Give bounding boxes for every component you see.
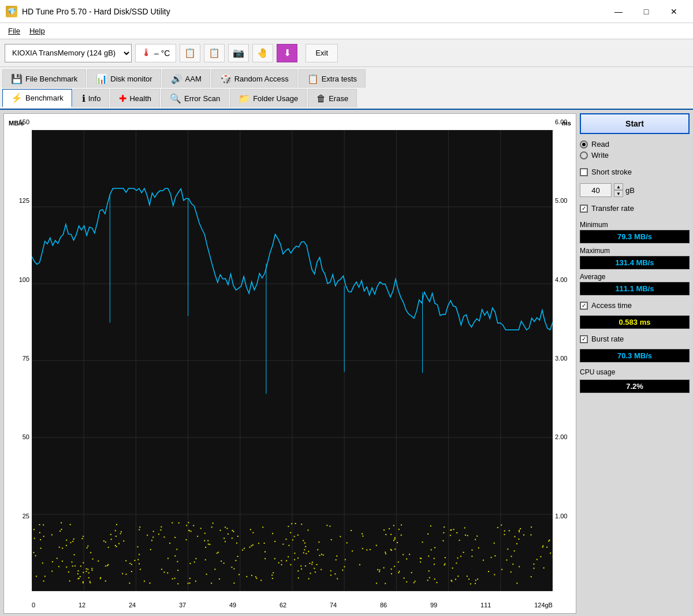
tab-info[interactable]: ℹ Info (73, 89, 110, 107)
menu-help[interactable]: Help (25, 25, 50, 37)
burst-rate-value: 70.3 MB/s (580, 349, 690, 362)
read-radio-indicator (580, 140, 588, 149)
tab-error-scan[interactable]: 🔍 Error Scan (161, 89, 229, 107)
toolbar-btn-3[interactable]: 📷 (228, 44, 249, 62)
tab-row-2: ⚡ Benchmark ℹ Info ✚ Health 🔍 Error Scan… (2, 89, 691, 107)
tab-erase[interactable]: 🗑 Erase (308, 89, 357, 107)
x-axis: 0 12 24 37 49 62 74 86 99 111 124gB (32, 602, 553, 608)
error-scan-icon: 🔍 (170, 93, 181, 104)
access-time-row: Access time (580, 301, 690, 310)
cpu-usage-label: CPU usage (580, 368, 690, 376)
tab-disk-monitor-label: Disk monitor (110, 75, 152, 83)
short-stroke-label: Short stroke (591, 168, 632, 176)
tab-random-access-label: Random Access (234, 75, 289, 83)
aam-icon: 🔊 (171, 73, 182, 84)
temp-value: – °C (154, 49, 170, 58)
start-button[interactable]: Start (580, 113, 690, 134)
main-content: MB/s ms 150 125 100 75 50 25 6.00 5.00 4… (0, 110, 693, 616)
cpu-usage-value: 7.2% (580, 380, 690, 393)
tab-random-access[interactable]: 🎲 Random Access (211, 69, 297, 88)
burst-rate-label: Burst rate (591, 335, 624, 343)
tab-health[interactable]: ✚ Health (110, 89, 160, 107)
right-panel: Start Read Write Short stroke ▲ ▼ gB (580, 113, 690, 614)
tab-erase-label: Erase (329, 94, 348, 103)
tab-info-label: Info (88, 94, 101, 103)
minimize-button[interactable]: — (605, 3, 632, 20)
tab-row-1: 💾 File Benchmark 📊 Disk monitor 🔊 AAM 🎲 … (2, 69, 691, 88)
toolbar-btn-2[interactable]: 📋 (204, 44, 225, 62)
read-write-group: Read Write (580, 138, 690, 162)
window-title: HD Tune Pro 5.70 - Hard Disk/SSD Utility (22, 7, 170, 16)
spin-down[interactable]: ▼ (614, 190, 623, 197)
maximum-label: Maximum (580, 247, 690, 255)
tab-folder-usage[interactable]: 📁 Folder Usage (230, 89, 307, 107)
info-icon: ℹ (82, 93, 85, 104)
temperature-display: 🌡 – °C (135, 44, 176, 62)
gb-label: gB (625, 186, 635, 195)
access-time-label: Access time (591, 301, 632, 310)
tab-aam-label: AAM (185, 75, 202, 83)
thermometer-icon: 🌡 (141, 47, 152, 59)
erase-icon: 🗑 (316, 94, 326, 104)
transfer-rate-checkbox[interactable] (580, 205, 588, 213)
y-axis-right: 6.00 5.00 4.00 3.00 2.00 1.00 (553, 118, 571, 591)
maximize-button[interactable]: □ (633, 3, 660, 20)
extra-tests-icon: 📋 (307, 73, 319, 84)
transfer-rate-row: Transfer rate (580, 204, 690, 213)
burst-rate-checkbox[interactable] (580, 335, 588, 343)
tab-bar: 💾 File Benchmark 📊 Disk monitor 🔊 AAM 🎲 … (0, 67, 693, 110)
minimum-label: Minimum (580, 221, 690, 229)
minimum-value: 79.3 MB/s (580, 230, 690, 243)
access-time-checkbox[interactable] (580, 302, 588, 310)
chart-canvas-container (32, 130, 553, 591)
chart-area: MB/s ms 150 125 100 75 50 25 6.00 5.00 4… (3, 113, 576, 614)
transfer-rate-label: Transfer rate (591, 204, 634, 213)
tab-benchmark-label: Benchmark (25, 94, 64, 102)
app-icon: 💎 (6, 6, 17, 17)
write-radio-indicator (580, 151, 588, 159)
toolbar: KIOXIA TransMemory (124 gB) 🌡 – °C 📋 📋 📷… (0, 39, 693, 67)
average-label: Average (580, 273, 690, 281)
read-radio[interactable]: Read (580, 140, 690, 149)
tab-health-label: Health (129, 94, 151, 103)
read-label: Read (591, 140, 609, 149)
tab-file-benchmark[interactable]: 💾 File Benchmark (2, 69, 86, 88)
spin-buttons: ▲ ▼ (614, 183, 623, 197)
exit-button[interactable]: Exit (305, 44, 338, 62)
tab-aam[interactable]: 🔊 AAM (162, 69, 210, 88)
burst-rate-row: Burst rate (580, 335, 690, 343)
tab-folder-usage-label: Folder Usage (253, 94, 298, 103)
benchmark-icon: ⚡ (11, 92, 23, 103)
y-axis-left: 150 125 100 75 50 25 (9, 118, 32, 591)
close-button[interactable]: ✕ (661, 3, 687, 20)
menu-bar: File Help (0, 23, 693, 39)
random-access-icon: 🎲 (220, 73, 232, 84)
toolbar-btn-download[interactable]: ⬇ (277, 44, 297, 62)
toolbar-btn-1[interactable]: 📋 (180, 44, 200, 62)
toolbar-btn-4[interactable]: 🤚 (252, 44, 273, 62)
tab-disk-monitor[interactable]: 📊 Disk monitor (87, 69, 161, 88)
title-bar: 💎 HD Tune Pro 5.70 - Hard Disk/SSD Utili… (0, 0, 693, 23)
tab-extra-tests[interactable]: 📋 Extra tests (299, 69, 366, 88)
file-benchmark-icon: 💾 (11, 73, 23, 84)
short-stroke-checkbox[interactable] (580, 168, 588, 176)
menu-file[interactable]: File (3, 25, 25, 37)
access-time-value: 0.583 ms (580, 316, 690, 329)
write-radio[interactable]: Write (580, 151, 690, 159)
write-label: Write (591, 151, 609, 159)
drive-selector[interactable]: KIOXIA TransMemory (124 gB) (5, 44, 132, 62)
health-icon: ✚ (119, 93, 126, 104)
tab-error-scan-label: Error Scan (184, 94, 220, 103)
stroke-value-row: ▲ ▼ gB (580, 183, 690, 197)
spin-up[interactable]: ▲ (614, 183, 623, 190)
stats-section: Minimum 79.3 MB/s Maximum 131.4 MB/s Ave… (580, 218, 690, 295)
disk-monitor-icon: 📊 (96, 73, 107, 84)
tab-file-benchmark-label: File Benchmark (25, 75, 77, 83)
average-value: 111.1 MB/s (580, 282, 690, 295)
tab-extra-tests-label: Extra tests (322, 75, 357, 83)
maximum-value: 131.4 MB/s (580, 256, 690, 269)
stroke-value-input[interactable] (580, 183, 612, 197)
short-stroke-row: Short stroke (580, 168, 690, 176)
window-controls: — □ ✕ (605, 3, 687, 20)
tab-benchmark[interactable]: ⚡ Benchmark (2, 89, 72, 107)
